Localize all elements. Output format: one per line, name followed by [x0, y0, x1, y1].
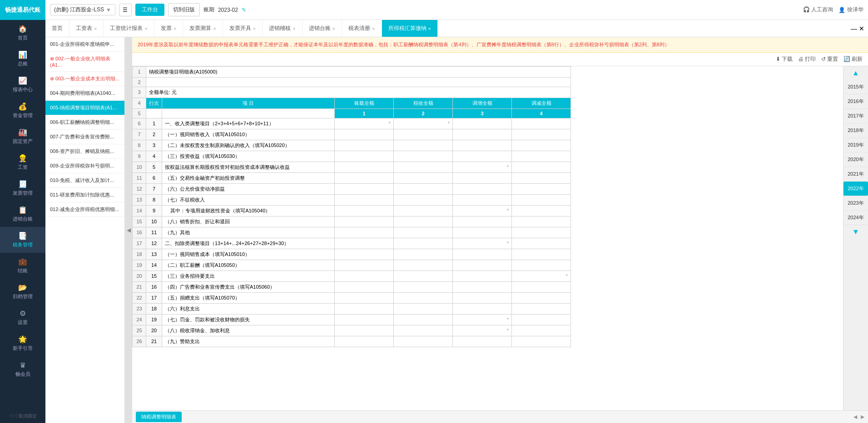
c3-cell[interactable] — [453, 292, 512, 303]
tab-tax-clear[interactable]: 税表清册 × — [342, 20, 382, 37]
year-2023[interactable]: 2023年 — [843, 196, 868, 211]
c4-cell[interactable] — [512, 162, 571, 172]
c1-cell[interactable] — [335, 216, 394, 227]
tab-invoice-close[interactable]: × — [174, 26, 176, 31]
sheet-tab[interactable]: 纳税调整明细表 — [136, 412, 182, 422]
left-nav-item-11[interactable]: 012-减免企业所得税优惠明细... — [45, 202, 124, 217]
c1-cell[interactable]: * — [335, 118, 394, 129]
c1-cell[interactable] — [335, 238, 394, 249]
left-nav-item-5[interactable]: 006-职工薪酬纳税调整明细... — [45, 115, 124, 130]
c1-cell[interactable] — [335, 194, 394, 205]
c2-cell[interactable] — [394, 129, 453, 140]
c4-cell[interactable] — [512, 292, 571, 303]
sidebar-item-invoice[interactable]: 🧾 发票管理 — [0, 175, 45, 201]
item-cell[interactable]: （五）捐赠支出（填写A105070） — [162, 292, 335, 303]
c2-cell[interactable]: * — [394, 118, 453, 129]
print-btn[interactable]: 🖨 打印 — [798, 55, 816, 63]
download-btn[interactable]: ⬇ 下载 — [776, 55, 793, 63]
item-cell[interactable]: （九）其他 — [162, 227, 335, 238]
c4-cell[interactable] — [512, 172, 571, 183]
tab-payroll-report[interactable]: 工资统计报表 × — [104, 20, 154, 37]
item-cell[interactable]: 一、收入类调整项目（2+3+4+5+6+7+8+10+11） — [162, 118, 335, 129]
item-cell[interactable]: 其中：专项用途财政性资金（填写A105040） — [162, 205, 335, 216]
c3-cell[interactable] — [453, 183, 512, 194]
left-nav-item-3[interactable]: 004-期间费用明细表(A1040... — [45, 86, 124, 101]
item-cell[interactable]: （一）视同销售收入（填写A105010） — [162, 129, 335, 140]
c1-cell[interactable] — [335, 172, 394, 183]
refresh-btn[interactable]: 🔄 刷新 — [843, 55, 863, 63]
c3-cell[interactable] — [453, 271, 512, 281]
old-ver-btn[interactable]: 切到旧版 — [168, 3, 200, 16]
c4-cell[interactable] — [512, 183, 571, 194]
c3-cell[interactable] — [453, 249, 512, 260]
tab-close-all-icon[interactable]: ✕ — [859, 25, 864, 32]
c1-cell[interactable] — [335, 292, 394, 303]
year-nav-down-btn[interactable]: ▼ — [849, 225, 862, 239]
item-cell[interactable]: （四）广告费和业务宣传费支出（填写A105060） — [162, 281, 335, 292]
sidebar-item-settings[interactable]: ⚙ 设置 — [0, 305, 45, 330]
c1-cell[interactable] — [335, 205, 394, 216]
tab-in-out-ledger[interactable]: 进销台账 × — [303, 20, 342, 37]
left-nav-item-6[interactable]: 007-广告费和业务宣传费附... — [45, 130, 124, 144]
c1-cell[interactable] — [335, 260, 394, 271]
reset-btn[interactable]: ↺ 重置 — [821, 55, 838, 63]
item-cell[interactable]: （五）交易性金融资产初始投资调整 — [162, 172, 335, 183]
left-nav-item-2[interactable]: ⊗ 003-一般企业成本支出明细... — [45, 72, 124, 86]
work-btn[interactable]: 工作台 — [135, 4, 164, 16]
c1-cell[interactable] — [335, 325, 394, 336]
c3-cell[interactable] — [453, 129, 512, 140]
tab-invoice-calc[interactable]: 发票测算 × — [183, 20, 223, 37]
sidebar-item-home[interactable]: 🏠 首页 — [0, 20, 45, 46]
left-nav-item-0[interactable]: 001-企业所得税年度纳税申... — [45, 37, 124, 52]
c2-cell[interactable] — [394, 325, 453, 336]
year-nav-up-btn[interactable]: ▲ — [849, 66, 862, 80]
item-cell[interactable]: （一）视同销售成本（填写A105010） — [162, 249, 335, 260]
c3-cell[interactable] — [453, 140, 512, 151]
c2-cell[interactable] — [394, 227, 453, 238]
c4-cell[interactable] — [512, 118, 571, 129]
year-2015[interactable]: 2015年 — [843, 80, 868, 94]
c4-cell[interactable] — [512, 260, 571, 271]
left-nav-item-4[interactable]: 005-纳税调整项目明细表(A1... — [45, 101, 124, 115]
item-cell[interactable]: （二）职工薪酬（填写A105050） — [162, 260, 335, 271]
c2-cell[interactable] — [394, 292, 453, 303]
c2-cell[interactable] — [394, 336, 453, 347]
company-settings-btn[interactable]: ☰ — [119, 4, 132, 16]
c4-cell[interactable] — [512, 227, 571, 238]
c3-cell[interactable] — [453, 151, 512, 162]
c4-cell[interactable] — [512, 205, 571, 216]
year-2021[interactable]: 2021年 — [843, 167, 868, 182]
c3-cell[interactable]: * — [453, 238, 512, 249]
tab-in-out-ledger-close[interactable]: × — [332, 26, 335, 31]
table-container[interactable]: 1 纳税调整项目明细表(A105000) 2 — [132, 66, 843, 411]
year-2019[interactable]: 2019年 — [843, 138, 868, 152]
c3-cell[interactable] — [453, 281, 512, 292]
consult-btn[interactable]: 🎧 人工咨询 — [803, 6, 833, 14]
tab-income-tax[interactable]: 所得税汇算缴纳 × — [382, 20, 438, 37]
c4-cell[interactable] — [512, 216, 571, 227]
tab-minimize-icon[interactable]: — — [851, 25, 857, 32]
c2-cell[interactable] — [394, 249, 453, 260]
c2-cell[interactable] — [394, 194, 453, 205]
item-cell[interactable]: （七）罚金、罚款和被没收财物的损失 — [162, 314, 335, 325]
c1-cell[interactable] — [335, 281, 394, 292]
item-cell[interactable]: （六）利息支出 — [162, 303, 335, 314]
c2-cell[interactable] — [394, 281, 453, 292]
c2-cell[interactable] — [394, 172, 453, 183]
c3-cell[interactable] — [453, 260, 512, 271]
item-cell[interactable]: （九）赞助支出 — [162, 336, 335, 347]
c2-cell[interactable] — [394, 183, 453, 194]
c4-cell[interactable] — [512, 129, 571, 140]
tab-invoice[interactable]: 发票 × — [154, 20, 183, 37]
left-nav-item-8[interactable]: 009-企业所得税弥补亏损明... — [45, 159, 124, 173]
c3-cell[interactable] — [453, 172, 512, 183]
c1-cell[interactable] — [335, 336, 394, 347]
sidebar-item-payroll[interactable]: 👷 工资 — [0, 149, 45, 175]
c4-cell[interactable] — [512, 314, 571, 325]
c2-cell[interactable] — [394, 238, 453, 249]
c1-cell[interactable] — [335, 227, 394, 238]
tab-invoice-open[interactable]: 发票开具 × — [223, 20, 263, 37]
c2-cell[interactable] — [394, 140, 453, 151]
year-2017[interactable]: 2017年 — [843, 109, 868, 123]
left-nav-item-9[interactable]: 010-免税、减计收入及加计... — [45, 173, 124, 188]
